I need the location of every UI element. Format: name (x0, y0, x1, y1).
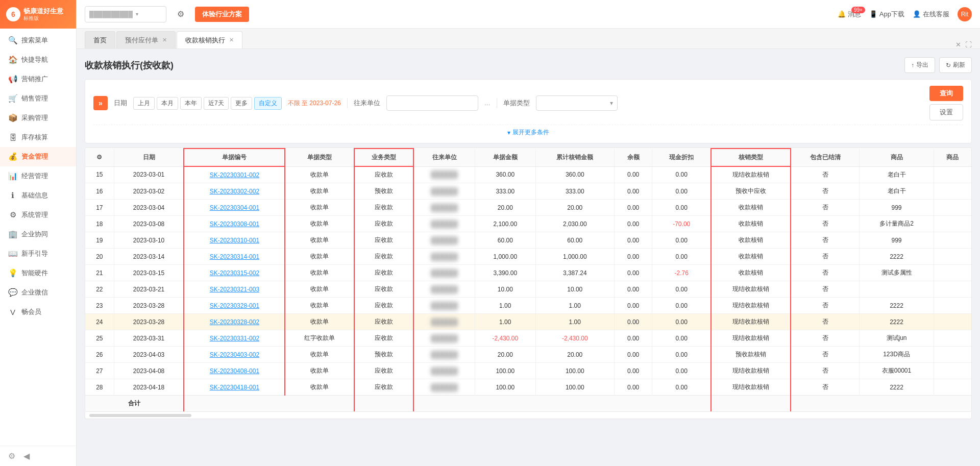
collapse-icon[interactable]: ◀ (23, 451, 30, 461)
partner-select[interactable] (386, 95, 478, 111)
col-partner: 往来单位 (413, 149, 475, 166)
sidebar-item-sales[interactable]: 🛒 销售管理 (0, 89, 76, 108)
sidebar-item-member[interactable]: V 畅会员 (0, 302, 76, 322)
sidebar-item-corp[interactable]: 🏢 企业协同 (0, 225, 76, 244)
guide-icon: 📖 (8, 249, 17, 258)
scrollbar-area[interactable] (85, 412, 972, 419)
logo-icon: 6 (6, 7, 20, 21)
wechat-icon: 💬 (8, 288, 17, 297)
logo-name: 畅康道好生意 (23, 7, 63, 15)
table-row[interactable]: 162023-03-02SK-20230302-002收款单预收款██████3… (85, 183, 971, 200)
horizontal-scrollbar[interactable] (89, 414, 191, 417)
tab-receipt-exec-close[interactable]: ✕ (229, 37, 234, 43)
table-row[interactable]: 172023-03-04SK-20230304-001收款单应收款██████2… (85, 200, 971, 216)
marketing-icon: 📢 (8, 75, 17, 84)
col-cash-discount: 现金折扣 (652, 149, 711, 166)
sidebar-label-wechat: 企业微信 (21, 288, 48, 297)
last-month-btn[interactable]: 上月 (133, 97, 155, 110)
online-service-button[interactable]: 👤 在线客服 (913, 10, 949, 19)
custom-date-btn[interactable]: 自定义 (254, 97, 282, 110)
query-button[interactable]: 查询 (929, 86, 963, 101)
table-row[interactable]: 152023-03-01SK-20230301-002收款单应收款██████3… (85, 166, 971, 183)
user-avatar[interactable]: Rit (958, 7, 972, 21)
tab-home[interactable]: 首页 (85, 31, 115, 48)
tab-expand-icon[interactable]: ⛶ (965, 41, 972, 48)
sidebar-item-guide[interactable]: 📖 新手引导 (0, 244, 76, 263)
corp-icon: 🏢 (8, 230, 17, 239)
workspace-select[interactable]: ██████████ ▾ (85, 6, 166, 22)
filter-divider-2 (497, 98, 497, 108)
sidebar-label-inventory: 库存核算 (21, 133, 48, 142)
sidebar-bottom: ⚙ ◀ (0, 446, 76, 466)
topbar: ██████████ ▾ ⚙ 体验行业方案 🔔 消息 99+ 📱 App下载 👤… (77, 0, 980, 29)
doc-type-label: 单据类型 (503, 99, 530, 108)
sidebar-item-basic[interactable]: ℹ 基础信息 (0, 186, 76, 205)
sidebar-item-inventory[interactable]: 🗄 库存核算 (0, 128, 76, 147)
tab-receipt-exec[interactable]: 收款核销执行 ✕ (177, 31, 242, 48)
this-year-btn[interactable]: 本年 (180, 97, 202, 110)
tab-close-all-icon[interactable]: ✕ (955, 41, 961, 48)
sidebar: 6 畅康道好生意 标推版 🔍 搜索菜单 🏠 快捷导航 📢 营销推广 🛒 销售管理… (0, 0, 77, 466)
solution-button[interactable]: 体验行业方案 (195, 7, 249, 22)
refresh-button[interactable]: ↻ 刷新 (939, 57, 972, 73)
table-row[interactable]: 262023-04-03SK-20230403-002收款单预收款██████2… (85, 347, 971, 363)
partner-more[interactable]: … (484, 100, 491, 107)
export-icon: ↑ (911, 62, 914, 69)
table-row[interactable]: 212023-03-15SK-20230315-002收款单应收款██████3… (85, 265, 971, 281)
more-date-btn[interactable]: 更多 (231, 97, 252, 110)
expand-more-button[interactable]: ▾ 展开更多条件 (93, 128, 963, 137)
chevron-expand-icon: ▾ (507, 129, 510, 136)
sidebar-item-hardware[interactable]: 💡 智能硬件 (0, 263, 76, 283)
purchase-icon: 📦 (8, 113, 17, 122)
footer-label: 合计 (85, 396, 184, 412)
doc-type-select[interactable]: ▾ (536, 95, 618, 111)
table-row[interactable]: 232023-03-28SK-20230328-001收款单应收款██████1… (85, 298, 971, 314)
sidebar-item-finance[interactable]: 💰 资金管理 (0, 147, 76, 166)
sidebar-menu: 🔍 搜索菜单 🏠 快捷导航 📢 营销推广 🛒 销售管理 📦 采购管理 🗄 库存核… (0, 29, 76, 446)
hardware-icon: 💡 (8, 268, 17, 278)
sidebar-item-system[interactable]: ⚙ 系统管理 (0, 205, 76, 225)
home-icon: 🏠 (8, 55, 17, 64)
col-cumulative: 累计核销金额 (535, 149, 614, 166)
export-button[interactable]: ↑ 导出 (904, 57, 935, 73)
table-row[interactable]: 252023-03-31SK-20230331-002红字收款单应收款█████… (85, 330, 971, 347)
table-row[interactable]: 192023-03-10SK-20230310-001收款单应收款██████6… (85, 232, 971, 249)
table-row[interactable]: 242023-03-28SK-20230328-002收款单应收款██████1… (85, 314, 971, 330)
sidebar-item-wechat[interactable]: 💬 企业微信 (0, 283, 76, 302)
sidebar-item-search[interactable]: 🔍 搜索菜单 (0, 31, 76, 50)
col-doc-no: 单据编号 (184, 149, 285, 166)
tab-prepay[interactable]: 预付应付单 ✕ (116, 31, 176, 48)
topbar-right: 🔔 消息 99+ 📱 App下载 👤 在线客服 Rit (838, 7, 972, 21)
col-amount: 单据金额 (475, 149, 535, 166)
col-biz-type: 业务类型 (354, 149, 413, 166)
sidebar-label-member: 畅会员 (21, 307, 41, 316)
sidebar-item-purchase[interactable]: 📦 采购管理 (0, 108, 76, 128)
phone-icon: 📱 (869, 10, 877, 18)
col-gear[interactable]: ⚙ (85, 149, 114, 166)
this-month-btn[interactable]: 本月 (157, 97, 178, 110)
table-row[interactable]: 202023-03-14SK-20230314-001收款单应收款██████1… (85, 249, 971, 265)
filter-divider-1 (347, 98, 348, 108)
sidebar-label-sales: 销售管理 (21, 94, 48, 103)
settings-bottom-icon[interactable]: ⚙ (8, 451, 15, 461)
sidebar-label-finance: 资金管理 (21, 152, 48, 161)
settings-button[interactable]: 设置 (929, 104, 963, 120)
gear-icon[interactable]: ⚙ (173, 6, 189, 22)
tab-prepay-close[interactable]: ✕ (162, 37, 167, 43)
notice-button[interactable]: 🔔 消息 99+ (838, 10, 861, 19)
table-row[interactable]: 182023-03-08SK-20230308-001收款单应收款██████2… (85, 216, 971, 232)
table-row[interactable]: 272023-04-08SK-20230408-001收款单应收款██████1… (85, 363, 971, 379)
app-download-button[interactable]: 📱 App下载 (869, 10, 904, 19)
footer-amount (475, 396, 535, 412)
table-row[interactable]: 282023-04-18SK-20230418-001收款单应收款██████1… (85, 379, 971, 396)
sidebar-item-marketing[interactable]: 📢 营销推广 (0, 69, 76, 89)
col-balance: 余额 (614, 149, 652, 166)
main-area: ██████████ ▾ ⚙ 体验行业方案 🔔 消息 99+ 📱 App下载 👤… (77, 0, 980, 466)
footer-doc-type (285, 396, 354, 412)
sidebar-item-operation[interactable]: 📊 经营管理 (0, 166, 76, 186)
table-row[interactable]: 222023-03-21SK-20230321-003收款单应收款██████1… (85, 281, 971, 298)
notice-icon: 🔔 (838, 10, 846, 18)
filter-expand-button[interactable]: » (93, 96, 108, 110)
last-7days-btn[interactable]: 近7天 (204, 97, 229, 110)
sidebar-item-quicknav[interactable]: 🏠 快捷导航 (0, 50, 76, 69)
